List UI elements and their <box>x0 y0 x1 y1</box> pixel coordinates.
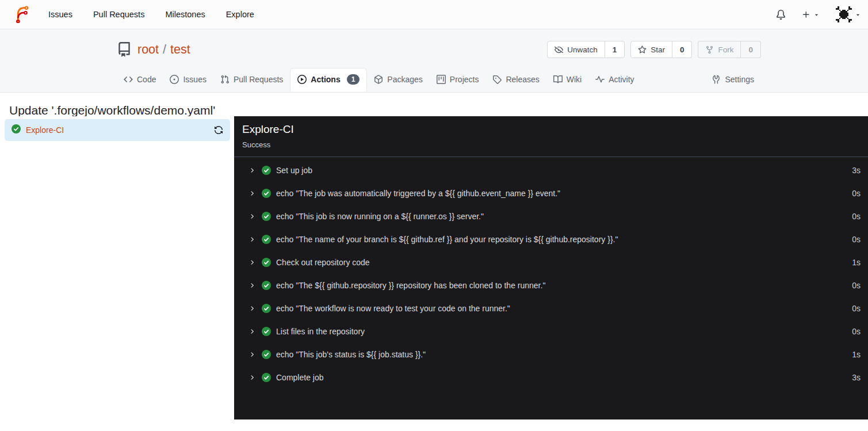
tab-settings[interactable]: Settings <box>705 69 761 91</box>
tab-label: Settings <box>725 75 754 84</box>
step-row[interactable]: echo "This job's status is ${{ job.statu… <box>234 343 868 366</box>
chevron-right-icon[interactable] <box>248 282 255 289</box>
tab-label: Releases <box>506 75 539 84</box>
unwatch-button[interactable]: Unwatch <box>547 41 605 58</box>
nav-links: Issues Pull Requests Milestones Explore <box>48 10 254 19</box>
step-duration: 3s <box>852 166 861 175</box>
tab-wiki[interactable]: Wiki <box>546 69 588 91</box>
step-success-icon <box>262 258 271 267</box>
tab-code[interactable]: Code <box>117 69 163 91</box>
job-item-explore-ci[interactable]: Explore-CI <box>5 119 230 141</box>
step-row[interactable]: echo "The name of your branch is ${{ git… <box>234 228 868 251</box>
tab-label: Code <box>137 75 156 84</box>
step-duration: 3s <box>852 373 861 382</box>
chevron-right-icon[interactable] <box>248 374 255 381</box>
repo-title: root / test <box>137 43 190 57</box>
tab-label: Activity <box>609 75 634 84</box>
step-success-icon <box>262 235 271 244</box>
page-title: Update '.forgejo/workflows/demo.yaml' <box>0 93 868 116</box>
tab-label: Actions <box>311 75 340 84</box>
tab-issues[interactable]: Issues <box>163 69 213 91</box>
step-label: echo "The workflow is now ready to test … <box>276 304 510 313</box>
chevron-right-icon[interactable] <box>248 259 255 266</box>
repo-owner-link[interactable]: root <box>137 43 159 57</box>
repo-tabs: Code Issues Pull Requests Actions 1 Pack… <box>117 68 761 91</box>
run-job-title: Explore-CI <box>242 123 860 136</box>
chevron-right-icon[interactable] <box>248 213 255 220</box>
nav-item-pull-requests[interactable]: Pull Requests <box>93 10 144 19</box>
step-row[interactable]: echo "The workflow is now ready to test … <box>234 297 868 320</box>
forks-count: 0 <box>741 41 761 58</box>
book-open-icon <box>553 75 563 84</box>
chevron-down-icon <box>855 12 861 18</box>
eye-slash-icon <box>555 45 563 54</box>
package-icon <box>374 75 383 84</box>
step-success-icon <box>262 212 271 221</box>
chevron-right-icon[interactable] <box>248 328 255 335</box>
step-row[interactable]: echo "The job was automatically triggere… <box>234 182 868 205</box>
fork-icon <box>705 45 714 54</box>
repo-separator: / <box>163 43 166 57</box>
tab-pull-requests[interactable]: Pull Requests <box>213 69 290 91</box>
step-success-icon <box>262 281 271 290</box>
step-row[interactable]: Set up job 3s <box>234 159 868 182</box>
chevron-right-icon[interactable] <box>248 305 255 312</box>
bell-icon <box>776 10 786 20</box>
step-success-icon <box>262 166 271 175</box>
play-circle-icon <box>297 75 307 84</box>
step-duration: 1s <box>852 350 861 359</box>
top-navbar: Issues Pull Requests Milestones Explore <box>0 0 868 29</box>
stars-count[interactable]: 0 <box>672 41 693 58</box>
plus-icon <box>802 10 810 19</box>
notifications-button[interactable] <box>776 10 786 20</box>
tab-label: Issues <box>183 75 206 84</box>
repo-name-link[interactable]: test <box>170 43 190 57</box>
project-board-icon <box>437 75 446 84</box>
tab-releases[interactable]: Releases <box>485 69 546 91</box>
actions-run-page: Update '.forgejo/workflows/demo.yaml' Ex… <box>0 93 868 419</box>
step-label: echo "The ${{ github.repository }} repos… <box>276 281 545 290</box>
step-row[interactable]: List files in the repository 0s <box>234 320 868 343</box>
step-duration: 0s <box>852 212 861 221</box>
nav-item-issues[interactable]: Issues <box>48 10 72 19</box>
step-row[interactable]: echo "The ${{ github.repository }} repos… <box>234 274 868 297</box>
forgejo-logo[interactable] <box>13 6 30 23</box>
step-duration: 0s <box>852 304 861 313</box>
watch-button-group: Unwatch 1 <box>547 41 625 58</box>
step-label: List files in the repository <box>276 327 365 336</box>
star-button-group: Star 0 <box>630 41 692 58</box>
nav-item-milestones[interactable]: Milestones <box>165 10 205 19</box>
step-label: Set up job <box>276 166 312 175</box>
tab-actions[interactable]: Actions 1 <box>290 68 367 91</box>
repo-icon <box>117 42 132 57</box>
tab-label: Packages <box>387 75 422 84</box>
chevron-right-icon[interactable] <box>248 167 255 174</box>
step-success-icon <box>262 189 271 198</box>
chevron-right-icon[interactable] <box>248 351 255 358</box>
tab-projects[interactable]: Projects <box>430 69 486 91</box>
step-duration: 0s <box>852 235 861 244</box>
chevron-right-icon[interactable] <box>248 236 255 243</box>
sync-icon <box>214 125 223 135</box>
rerun-job-button[interactable] <box>214 125 223 135</box>
create-new-button[interactable] <box>802 10 820 19</box>
step-duration: 1s <box>852 258 861 267</box>
code-icon <box>124 75 133 84</box>
tools-icon <box>712 75 721 84</box>
tab-label: Wiki <box>567 75 582 84</box>
nav-item-explore[interactable]: Explore <box>226 10 254 19</box>
step-label: Complete job <box>276 373 324 382</box>
watchers-count[interactable]: 1 <box>605 41 625 58</box>
tag-icon <box>492 75 502 84</box>
chevron-down-icon <box>813 12 820 18</box>
step-row[interactable]: Check out repository code 1s <box>234 251 868 274</box>
user-menu-button[interactable] <box>836 6 861 22</box>
tab-label: Projects <box>450 75 479 84</box>
star-button[interactable]: Star <box>630 41 672 58</box>
step-row[interactable]: echo "This job is now running on a ${{ r… <box>234 205 868 228</box>
tab-packages[interactable]: Packages <box>367 69 429 91</box>
chevron-right-icon[interactable] <box>248 190 255 197</box>
star-icon <box>638 45 647 54</box>
tab-activity[interactable]: Activity <box>588 69 641 91</box>
step-row[interactable]: Complete job 3s <box>234 366 868 389</box>
